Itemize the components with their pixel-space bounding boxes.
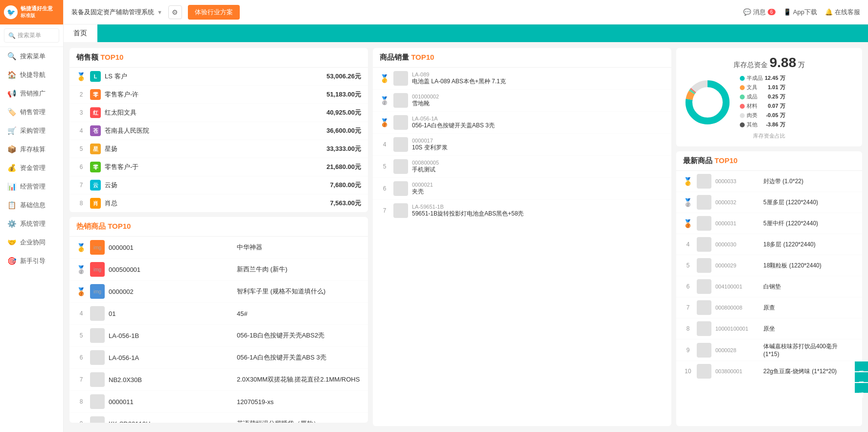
product-image-placeholder [697,321,711,336]
newest-product-row: 9 0000028 体碱嘉枝味苏打饮品400毫升 (1*15) [676,339,862,361]
customer-amount: 53,006.26元 [326,72,361,81]
product-name: 智利车子里 (规格不知道填什么) [237,287,361,296]
rank-number: 3 [76,109,86,116]
product-image-placeholder [90,306,105,321]
product-image-placeholder [90,394,105,409]
customer-amount: 36,600.00元 [326,126,361,135]
legend-label: 成品 [747,93,766,100]
sold-product-row: 🥇 LA-089 电池盖 LA-089 ABS本色+黑种 7.1克 [373,68,671,90]
customer-avatar: 零 [90,162,101,172]
product-name: 5厘多层 (1220*2440) [763,198,818,207]
rank-number: 4 [380,141,389,148]
newest-products-card: 最新商品 TOP10 🥇 0000033 封边带 (1.0*22) 🥈 0000… [676,151,862,426]
rank-number: 4 [76,127,86,134]
rank-medal: 🥇 [683,177,693,186]
product-code: 0000029 [715,263,759,268]
sidebar-item-coop[interactable]: 🤝企业协同 [0,233,63,252]
newest-products-header: 最新商品 TOP10 [676,151,862,171]
message-badge: 6 [768,9,776,15]
product-name: 雪地靴 [412,99,664,108]
online-service-button[interactable]: 🔔 在线客服 [825,8,860,17]
product-name: 原查 [763,304,775,312]
product-name: 22g鱼豆腐-烧烤味 (1*12*20) [763,367,837,376]
legend-value: 12.45 万 [765,74,785,82]
legend-label: 材料 [747,102,766,110]
logo-icon: 🐦 [4,5,18,19]
sidebar-item-search[interactable]: 🔍搜索菜单 [0,47,63,66]
purchase-icon: 🛒 [7,126,16,135]
float-btn-客服热线[interactable]: 客服热线 [855,361,868,371]
sidebar-item-purchase[interactable]: 🛒采购管理 [0,121,63,140]
customer-avatar: 红 [90,107,101,118]
legend-value: 1.01 万 [768,84,785,91]
product-code: 01 [109,310,233,317]
nav-label-marketing: 营销推广 [20,89,46,98]
tab-首页[interactable]: 首页 [64,24,97,42]
customer-row: 3 红 红太阳文具 40,925.00元 [69,104,368,122]
sidebar-item-system[interactable]: ⚙️系统管理 [0,215,63,233]
customer-row: 2 零 零售客户-许 51,183.00元 [69,86,368,104]
rank-number: 10 [683,368,693,375]
newest-product-row: 5 0000029 18颗粒板 (1220*2440) [676,255,862,276]
product-image-placeholder [393,203,408,218]
product-code: 004100001 [715,284,759,289]
hot-products-header: 热销商品 TOP10 [69,217,368,237]
hot-product-row: 5 LA-056-1B 056-1B白色按键开关壳ABS2壳 [69,325,368,347]
rank-number: 9 [683,347,693,354]
inventory-card: 库存总资金 9.88 万 [676,48,862,146]
base-icon: 📋 [7,201,16,210]
nav-label-coop: 企业协同 [20,238,46,247]
sidebar-item-marketing[interactable]: 📢营销推广 [0,84,63,103]
product-image-placeholder [697,364,711,379]
rank-medal: 🥇 [76,72,86,81]
product-code: LA-056-1A [109,354,233,361]
trial-button[interactable]: 体验行业方案 [188,5,240,20]
product-image: img [90,284,105,299]
sidebar-item-sales[interactable]: 🏷️销售管理 [0,103,63,121]
sidebar-item-base[interactable]: 📋基础信息 [0,196,63,215]
customer-amount: 7,563.00元 [330,199,361,208]
product-code: LA-089 [412,72,664,77]
sold-product-row: 7 LA-59651-1B 59651-1B旋转投影灯电池盒ABS黑色+58壳 [373,200,671,221]
system-selector[interactable]: 装备及固定资产辅助管理系统 ▼ [71,8,162,17]
newest-product-row: 8 10000100001 原坐 [676,318,862,339]
sidebar-item-inventory[interactable]: 📦库存核算 [0,140,63,159]
customer-avatar: L [90,71,101,82]
nav-label-search: 搜索菜单 [20,52,46,61]
legend-dot [740,104,745,109]
sidebar-item-operations[interactable]: 📊经营管理 [0,177,63,196]
rank-number: 6 [76,164,86,170]
search-menu-button[interactable]: 🔍 搜索菜单 [4,28,59,43]
customer-avatar: 苍 [90,125,101,136]
legend-dot [740,95,745,99]
sidebar-item-guide[interactable]: 🎯新手引导 [0,252,63,270]
rank-number: 5 [76,145,86,152]
settings-button[interactable]: ⚙ [168,5,182,19]
sidebar-item-finance[interactable]: 💰资金管理 [0,159,63,177]
product-image-placeholder [393,159,408,174]
messages-button[interactable]: 💬 消息 6 [743,8,776,17]
float-btn-直播[interactable]: 直播 [855,383,868,393]
product-name: 12070519-xs [237,398,361,406]
hot-product-row: 9 KK-SD22110H 花语萌恒温分腿睡袋（厚款） [69,413,368,423]
main-area: 装备及固定资产辅助管理系统 ▼ ⚙ 体验行业方案 💬 消息 6 📱 App下载 … [64,0,868,432]
sold-product-row: 5 000800005 手机测试 [373,156,671,178]
product-name: 中华神器 [237,243,361,252]
legend-dot [740,122,745,127]
sold-product-row: 4 0000017 10S 变利罗浆 [373,134,671,156]
inventory-icon: 📦 [7,145,16,154]
newest-product-row: 4 0000030 18多层 (1220*2440) [676,234,862,255]
rank-number: 7 [76,182,86,189]
product-name: 新西兰牛肉 (新牛) [237,265,361,274]
product-image: img [90,262,105,277]
sidebar-item-quicknav[interactable]: 🏠快捷导航 [0,66,63,84]
hot-product-row: 8 0000011 12070519-xs [69,391,368,413]
rank-medal: 🥈 [76,265,86,274]
product-code: 0000033 [715,178,759,184]
main-nav: 🔍搜索菜单🏠快捷导航📢营销推广🏷️销售管理🛒采购管理📦库存核算💰资金管理📊经营管… [0,47,63,432]
product-name: 056-1A白色按键开关盖ABS 3壳 [237,353,361,362]
float-btn-服务社区[interactable]: 服务社区 [855,372,868,382]
newest-product-row: 🥈 0000032 5厘多层 (1220*2440) [676,192,862,213]
app-download-button[interactable]: 📱 App下载 [783,8,817,17]
legend-dot [740,113,745,118]
